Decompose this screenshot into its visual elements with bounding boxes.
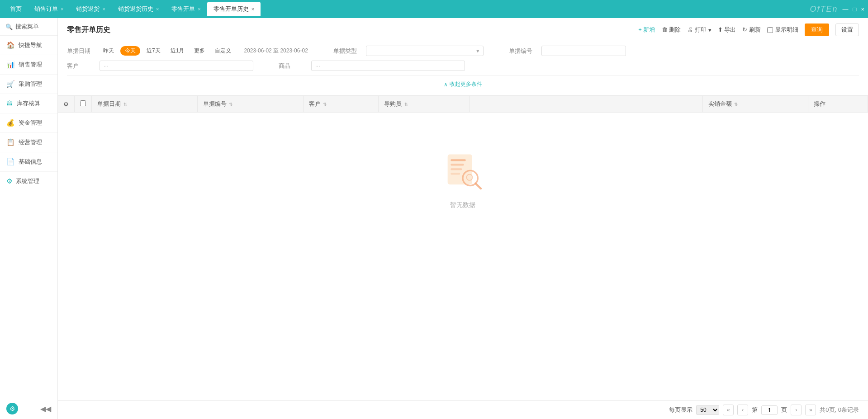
sort-billno-icon[interactable]: ⇅ [229,102,232,107]
content-area: 零售开单历史 + 新增 🗑 删除 🖨 打印 ▾ ⬆ 导出 ↻ 刷新 显示明细 查… [58,18,868,419]
sidebar-collapse-button[interactable]: ◀◀ [40,405,51,413]
sidebar-item-basic-info[interactable]: 📄 基础信息 [0,152,57,172]
date-opt-today[interactable]: 今天 [120,46,140,56]
tab-sales-return-history[interactable]: 销货退货历史 × [112,2,165,16]
table-container: ⚙ 单据日期 ⇅ 单据编号 ⇅ 客户 [58,96,868,400]
bill-type-label: 单据类型 [333,47,359,55]
per-page-label: 每页显示 [669,406,693,414]
tab-close-sales-return[interactable]: × [102,6,105,12]
prev-page-btn[interactable]: ‹ [737,405,748,415]
customer-label: 客户 [67,62,92,70]
inventory-icon: 🏛 [6,100,13,108]
filter-row-1: 单据日期 昨天 今天 近7天 近1月 更多 自定义 2023-06-02 至 2… [67,46,859,56]
last-page-btn[interactable]: » [805,405,816,415]
date-opt-1month[interactable]: 近1月 [167,46,188,56]
sort-date-icon[interactable]: ⇅ [123,102,127,107]
bill-type-select[interactable]: ▾ [366,46,484,56]
sort-customer-icon[interactable]: ⇅ [323,102,327,107]
print-button[interactable]: 🖨 打印 ▾ [687,26,711,34]
sidebar-gear-button[interactable]: ⚙ [6,403,18,414]
query-button[interactable]: 查询 [805,24,829,36]
sales-icon: 📊 [6,61,15,69]
date-opt-7days[interactable]: 近7天 [143,46,164,56]
pagination-bar: 每页显示 50 10 20 100 « ‹ 第 页 › » 共0页, 0条记录 [58,400,868,419]
collapse-filter-btn[interactable]: ∧ 收起更多条件 [67,79,859,90]
col-settings[interactable]: ⚙ [58,96,75,113]
basicinfo-icon: 📄 [6,158,15,166]
tab-close-retail-open[interactable]: × [198,6,200,12]
sidebar-item-purchase-mgmt[interactable]: 🛒 采购管理 [0,75,57,94]
filter-row-2: 客户 ··· 商品 ··· [67,61,859,71]
svg-rect-4 [451,173,460,174]
customer-select[interactable]: ··· [100,61,253,71]
page-number-input[interactable] [761,405,778,415]
page-label: 第 [752,406,758,414]
display-detail-checkbox[interactable]: 显示明细 [767,26,798,34]
tab-retail-open[interactable]: 零售开单 × [165,2,207,16]
settings-button[interactable]: 设置 [835,24,859,36]
data-table: ⚙ 单据日期 ⇅ 单据编号 ⇅ 客户 [58,96,868,245]
detail-checkbox-input[interactable] [767,27,773,33]
refresh-button[interactable]: ↻ 刷新 [742,26,761,34]
top-tabbar: 首页 销售订单 × 销货退货 × 销货退货历史 × 零售开单 × 零售开单历史 … [0,0,868,18]
date-opt-custom[interactable]: 自定义 [211,46,235,56]
sidebar-search[interactable]: 🔍 搜索菜单 [0,18,57,36]
date-opt-yesterday[interactable]: 昨天 [100,46,118,56]
sidebar-item-quick-nav[interactable]: 🏠 快捷导航 [0,36,57,55]
operations-icon: 📋 [6,138,15,146]
export-button[interactable]: ⬆ 导出 [718,26,736,34]
product-select[interactable]: ··· [311,61,465,71]
tab-close-retail-open-history[interactable]: × [251,6,254,12]
date-filter-label: 单据日期 [67,47,92,55]
first-page-btn[interactable]: « [723,405,734,415]
main-layout: 🔍 搜索菜单 🏠 快捷导航 📊 销售管理 🛒 采购管理 🏛 库存核算 💰 资金管… [0,18,868,419]
search-icon: 🔍 [5,24,13,30]
svg-point-7 [467,174,473,180]
tab-sales-return[interactable]: 销货退货 × [70,2,111,16]
page-header: 零售开单历史 + 新增 🗑 删除 🖨 打印 ▾ ⬆ 导出 ↻ 刷新 显示明细 查… [58,18,868,40]
finance-icon: 💰 [6,119,15,127]
home-icon: 🏠 [6,41,15,49]
filter-divider [67,75,859,76]
window-min-btn[interactable]: — [843,6,849,13]
col-action: 操作 [808,96,868,113]
bill-no-label: 单据编号 [509,47,534,55]
sidebar-item-sales-mgmt[interactable]: 📊 销售管理 [0,55,57,75]
svg-line-6 [476,184,481,189]
bill-no-input[interactable] [541,46,626,56]
add-button[interactable]: + 新增 [638,26,655,34]
sort-amount-icon[interactable]: ⇅ [734,102,738,107]
col-amount: 实销金额 ⇅ [702,96,808,113]
collapse-icon: ∧ [444,81,448,88]
window-close-btn[interactable]: × [861,6,864,13]
svg-rect-3 [451,168,462,170]
sidebar-item-finance[interactable]: 💰 资金管理 [0,113,57,133]
next-page-btn[interactable]: › [791,405,802,415]
window-max-btn[interactable]: □ [853,6,857,13]
tab-close-sales-order[interactable]: × [61,6,63,12]
select-all-checkbox[interactable] [80,100,86,106]
svg-rect-1 [451,159,466,161]
tab-close-sales-return-history[interactable]: × [156,6,159,12]
table-header-row: ⚙ 单据日期 ⇅ 单据编号 ⇅ 客户 [58,96,868,113]
sidebar-bottom: ⚙ ◀◀ [0,398,57,419]
sidebar-item-operations[interactable]: 📋 经营管理 [0,133,57,152]
tab-retail-open-history[interactable]: 零售开单历史 × [207,2,261,16]
empty-state: 暂无数据 [58,113,868,245]
tab-sales-order[interactable]: 销售订单 × [28,2,70,16]
date-range-display: 2023-06-02 至 2023-06-02 [244,47,308,55]
brand-label: OfTEn [810,5,838,14]
empty-text: 暂无数据 [450,201,475,209]
sidebar-item-system-mgmt[interactable]: ⚙ 系统管理 [0,172,57,191]
delete-button[interactable]: 🗑 删除 [662,26,681,34]
sort-salesperson-icon[interactable]: ⇅ [404,102,408,107]
date-opt-more[interactable]: 更多 [190,46,209,56]
tab-home[interactable]: 首页 [4,2,28,16]
col-checkbox[interactable] [75,96,92,113]
window-controls: OfTEn — □ × [810,5,864,14]
col-customer: 客户 ⇅ [303,96,379,113]
per-page-select[interactable]: 50 10 20 100 [696,405,719,415]
page-total: 共0页, 0条记录 [820,406,859,414]
bill-type-dropdown-icon: ▾ [476,47,479,54]
sidebar-item-inventory[interactable]: 🏛 库存核算 [0,94,57,113]
